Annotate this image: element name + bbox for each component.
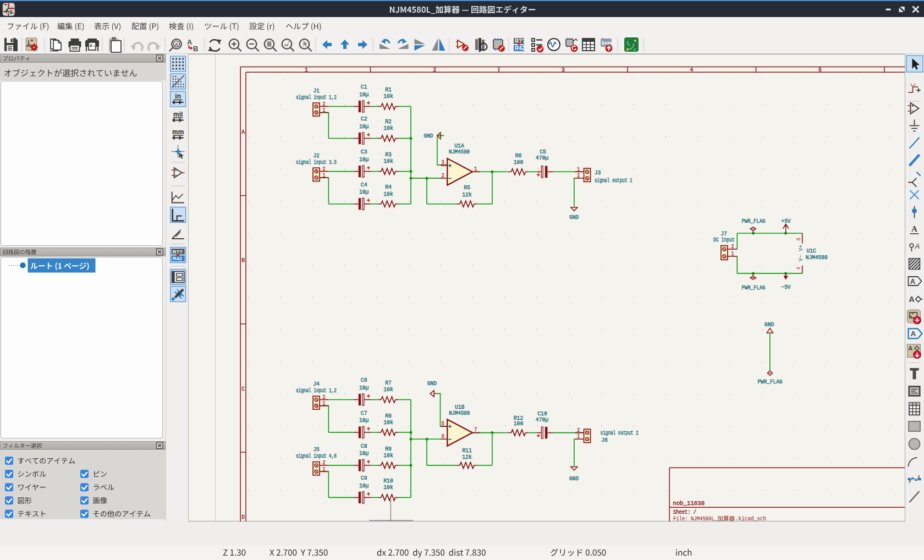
svg-text:1: 1 xyxy=(323,172,326,179)
svg-text:signal output 2: signal output 2 xyxy=(601,430,639,436)
svg-text:1: 1 xyxy=(323,107,326,113)
svg-text:10k: 10k xyxy=(383,452,393,459)
svg-text:2: 2 xyxy=(323,394,326,400)
svg-text:1: 1 xyxy=(577,433,580,440)
svg-text:GND: GND xyxy=(569,214,579,221)
svg-text:mil: mil xyxy=(173,111,183,118)
svg-text:NJM4580: NJM4580 xyxy=(449,149,470,155)
svg-text:A: A xyxy=(909,295,915,304)
svg-text:R9: R9 xyxy=(385,446,392,452)
svg-text:−5V: −5V xyxy=(782,284,791,290)
svg-text:J4: J4 xyxy=(313,381,320,387)
svg-text:R6: R6 xyxy=(515,152,522,159)
svg-text:1: 1 xyxy=(305,67,308,73)
svg-text:C9: C9 xyxy=(361,475,367,481)
svg-text:A: A xyxy=(911,224,917,233)
svg-text:J3: J3 xyxy=(595,169,601,176)
svg-text:GND: GND xyxy=(424,133,433,139)
svg-text:PWR_FLAG: PWR_FLAG xyxy=(742,284,766,291)
svg-text:R1: R1 xyxy=(385,86,392,93)
svg-text:C3: C3 xyxy=(361,149,367,155)
svg-text:C2: C2 xyxy=(361,116,367,122)
svg-text:B: B xyxy=(241,257,245,263)
svg-text:GND: GND xyxy=(569,475,579,482)
svg-text:DC Input: DC Input xyxy=(713,237,735,243)
svg-text:10k: 10k xyxy=(383,191,393,197)
svg-text:3: 3 xyxy=(442,159,444,166)
svg-text:in: in xyxy=(175,92,181,100)
svg-text:R11: R11 xyxy=(462,447,472,454)
svg-text:C7: C7 xyxy=(361,410,367,416)
svg-text:B: B xyxy=(193,45,198,53)
svg-text:C1: C1 xyxy=(361,84,367,90)
svg-text:10µ: 10µ xyxy=(359,450,369,457)
svg-text:10µ: 10µ xyxy=(359,385,369,391)
svg-text:nob_11638: nob_11638 xyxy=(673,500,705,507)
svg-text:signal input 3.5: signal input 3.5 xyxy=(296,159,337,166)
svg-text:D: D xyxy=(241,514,245,520)
svg-text:1: 1 xyxy=(323,466,326,473)
svg-text:4: 4 xyxy=(690,67,694,73)
svg-text:1: 1 xyxy=(323,400,326,407)
svg-text:2: 2 xyxy=(442,172,444,179)
svg-text:A: A xyxy=(915,242,920,250)
svg-text:10µ: 10µ xyxy=(359,482,369,489)
svg-text:5: 5 xyxy=(442,420,444,427)
svg-text:Sheet: /: Sheet: / xyxy=(673,509,696,515)
svg-text:10µ: 10µ xyxy=(359,417,369,424)
svg-text:3: 3 xyxy=(562,67,565,73)
svg-text:10µ: 10µ xyxy=(359,189,369,195)
svg-text:A: A xyxy=(910,278,915,286)
svg-text:File: NJM4580L_: File: NJM4580L_ xyxy=(673,516,718,521)
svg-text:10µ: 10µ xyxy=(359,156,369,163)
svg-text:5: 5 xyxy=(818,67,822,73)
svg-text:A: A xyxy=(175,41,179,47)
svg-text:4: 4 xyxy=(796,267,802,270)
svg-text:GND: GND xyxy=(427,380,437,387)
svg-text:R7: R7 xyxy=(385,380,392,386)
svg-text:C8: C8 xyxy=(361,443,367,449)
svg-text:C6: C6 xyxy=(361,377,367,383)
svg-text:7: 7 xyxy=(474,426,477,433)
svg-text:J5: J5 xyxy=(313,446,320,453)
svg-text:10µ: 10µ xyxy=(359,91,369,98)
svg-text:A: A xyxy=(241,129,245,135)
svg-text:bom: bom xyxy=(602,40,612,46)
svg-text:1: 1 xyxy=(474,166,477,172)
svg-text:J6: J6 xyxy=(601,437,608,443)
svg-text:2: 2 xyxy=(323,101,326,107)
svg-text:R42: R42 xyxy=(515,45,525,51)
svg-text:8: 8 xyxy=(796,238,802,240)
svg-text:10k: 10k xyxy=(383,125,393,131)
svg-text:GND: GND xyxy=(765,321,774,328)
svg-text:R2: R2 xyxy=(385,118,392,125)
svg-text:2: 2 xyxy=(732,243,734,250)
svg-text:R4: R4 xyxy=(385,184,392,190)
svg-text:NJM4580: NJM4580 xyxy=(806,254,828,261)
svg-text:V−: V− xyxy=(798,255,805,262)
svg-text:10k: 10k xyxy=(383,158,393,164)
svg-text:12k: 12k xyxy=(462,454,472,460)
svg-text:10µ: 10µ xyxy=(359,123,369,130)
svg-text:10k: 10k xyxy=(383,93,393,100)
svg-text:10k: 10k xyxy=(383,484,393,491)
svg-text:A: A xyxy=(911,330,916,338)
svg-text:R5: R5 xyxy=(464,184,470,191)
svg-text:U1C: U1C xyxy=(806,248,816,254)
svg-text:470µ: 470µ xyxy=(536,155,548,161)
svg-text:C4: C4 xyxy=(361,182,367,188)
svg-text:10k: 10k xyxy=(383,419,393,426)
svg-text:10k: 10k xyxy=(383,386,393,393)
svg-text:R??: R?? xyxy=(173,249,183,255)
svg-text:R10: R10 xyxy=(383,477,393,484)
svg-text:1: 1 xyxy=(732,250,734,257)
svg-text:R3: R3 xyxy=(385,151,392,158)
svg-text:J2: J2 xyxy=(313,152,320,159)
svg-text:A: A xyxy=(909,345,913,352)
svg-text:C: C xyxy=(241,386,245,392)
svg-text:NJM4580: NJM4580 xyxy=(449,410,470,416)
svg-text:R8: R8 xyxy=(385,413,392,419)
svg-text:12k: 12k xyxy=(462,191,472,198)
svg-text:6: 6 xyxy=(442,433,444,440)
svg-text:2: 2 xyxy=(323,459,326,466)
